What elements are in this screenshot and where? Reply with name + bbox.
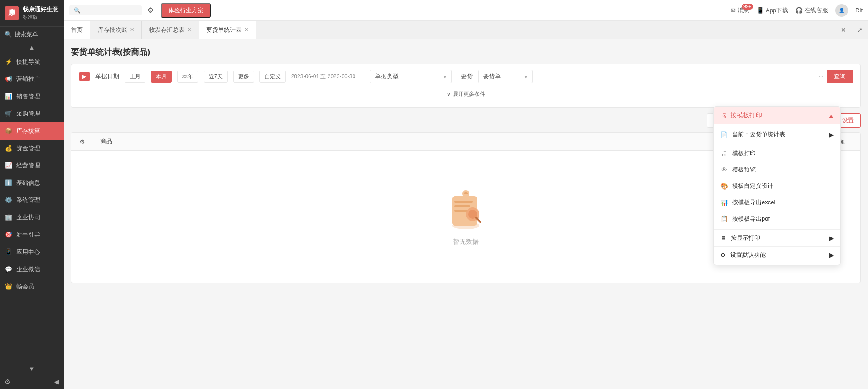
dropdown-template-print[interactable]: 🖨 模板打印 [714, 145, 840, 162]
tab-close-receipt-summary[interactable]: ✕ [187, 27, 191, 33]
sidebar-scroll-up[interactable]: ▲ [0, 42, 64, 53]
tab-close-requisition-stats[interactable]: ✕ [244, 27, 249, 33]
wechat-icon: 💬 [5, 265, 13, 273]
dropdown-template-preview[interactable]: 👁 模板预览 [714, 162, 840, 178]
window-close-btn[interactable]: ✕ [835, 21, 852, 39]
sidebar-item-inventory[interactable]: 📦 库存核算 [0, 122, 64, 140]
sidebar-item-purchase[interactable]: 🛒 采购管理 [0, 105, 64, 122]
message-btn[interactable]: ✉ 消息 99+ [731, 6, 749, 15]
inventory-icon: 📦 [5, 127, 13, 135]
header-settings-icon[interactable]: ⚙ [145, 4, 155, 16]
sidebar-item-app-center[interactable]: 📱 应用中心 [0, 243, 64, 261]
date-current-month-btn[interactable]: 本月 [151, 71, 172, 83]
promo-button[interactable]: 体验行业方案 [161, 3, 211, 18]
sidebar-item-guide[interactable]: 🎯 新手引导 [0, 226, 64, 243]
sidebar-nav: ⚡ 快捷导航 📢 营销推广 📊 销售管理 🛒 采购管理 📦 库存核算 💰 资金管… [0, 53, 64, 363]
sidebar-item-finance[interactable]: 💰 资金管理 [0, 140, 64, 157]
sidebar-item-member[interactable]: 👑 畅会员 [0, 278, 64, 295]
sidebar-item-sales[interactable]: 📊 销售管理 [0, 88, 64, 105]
svg-rect-2 [454, 201, 473, 203]
empty-text: 暂无数据 [453, 238, 479, 246]
dropdown-header[interactable]: 🖨 按模板打印 ▲ [714, 107, 840, 124]
sidebar-item-enterprise[interactable]: 🏢 企业协同 [0, 209, 64, 226]
finance-icon: 💰 [5, 144, 13, 152]
sidebar-search-btn[interactable]: 🔍 搜索菜单 [0, 27, 64, 42]
sidebar-item-wechat[interactable]: 💬 企业微信 [0, 261, 64, 278]
default-func-icon: ⚙ [720, 252, 726, 258]
avatar[interactable]: 👤 [835, 4, 848, 17]
expand-chevron-icon: ∨ [447, 91, 451, 98]
marketing-icon: 📢 [5, 75, 13, 83]
window-maximize-btn[interactable]: ⤢ [852, 21, 868, 39]
tab-receipt-summary[interactable]: 收发存汇总表 ✕ [142, 21, 199, 39]
col-settings-header[interactable]: ⚙ [71, 138, 93, 145]
app-center-icon: 📱 [5, 248, 13, 256]
tab-close-batch-account[interactable]: ✕ [130, 27, 134, 33]
dropdown-default-func[interactable]: ⚙ 设置默认功能 ▶ [714, 246, 840, 263]
user-name[interactable]: Rit [855, 7, 863, 14]
template-preview-icon: 👁 [720, 166, 728, 173]
dropdown-template-excel[interactable]: 📊 按模板导出excel [714, 194, 840, 211]
member-icon: 👑 [5, 283, 13, 291]
requisition-filter[interactable]: 要货单 ▾ [478, 70, 533, 83]
default-func-chevron-icon: ▶ [829, 252, 834, 258]
query-button[interactable]: 查询 [827, 70, 853, 83]
dropdown-printer-icon: 🖨 [720, 112, 727, 119]
current-template-icon: 📄 [720, 131, 728, 138]
date-year-btn[interactable]: 本年 [177, 71, 198, 83]
sidebar-item-quick-nav[interactable]: ⚡ 快捷导航 [0, 53, 64, 71]
message-badge: 99+ [742, 4, 753, 10]
online-service-btn[interactable]: 🎧 在线客服 [795, 6, 828, 15]
svg-rect-4 [454, 210, 468, 212]
top-header: 🔍 ⚙ 体验行业方案 ✉ 消息 99+ 📱 App下载 🎧 在线客服 👤 Rit [64, 0, 868, 21]
page-title: 要货单统计表(按商品) [71, 46, 861, 57]
date-more-btn[interactable]: 更多 [233, 71, 254, 83]
display-print-chevron-icon: ▶ [829, 235, 834, 242]
message-icon: ✉ [731, 7, 736, 14]
divider-2 [714, 228, 840, 228]
expand-conditions-btn[interactable]: ∨ 展开更多条件 [79, 87, 853, 102]
sidebar-item-system[interactable]: ⚙️ 系统管理 [0, 192, 64, 209]
settings-gear-icon: ⚙ [80, 138, 85, 145]
sidebar-item-base[interactable]: ℹ️ 基础信息 [0, 174, 64, 192]
template-print-dropdown: 🖨 按模板打印 ▲ 📄 当前：要货单统计表 ▶ 🖨 模板打印 [713, 106, 841, 265]
svg-rect-3 [454, 205, 470, 207]
more-options-icon[interactable]: ··· [817, 72, 823, 81]
dropdown-template-custom[interactable]: 🎨 模板自定义设计 [714, 178, 840, 194]
sidebar-item-operation[interactable]: 📈 经营管理 [0, 157, 64, 174]
date-custom-btn[interactable]: 自定义 [259, 71, 286, 83]
system-icon: ⚙️ [5, 196, 13, 204]
logo-text: 畅康通好生意 标准版 [23, 5, 58, 21]
service-icon: 🎧 [795, 7, 803, 14]
collapse-icon[interactable]: ◀ [54, 378, 59, 385]
settings-icon[interactable]: ⚙ [5, 378, 10, 385]
guide-icon: 🎯 [5, 231, 13, 239]
quick-nav-icon: ⚡ [5, 58, 13, 66]
tab-requisition-stats[interactable]: 要货单统计表 ✕ [199, 21, 256, 39]
req-chevron-icon: ▾ [524, 73, 528, 80]
dropdown-template-pdf[interactable]: 📋 按模板导出pdf [714, 211, 840, 227]
dropdown-display-print[interactable]: 🖥 按显示打印 ▶ [714, 229, 840, 246]
empty-illustration [443, 187, 489, 232]
dropdown-up-arrow-icon: ▲ [828, 112, 834, 119]
filter-row: ▶ 单据日期 上月 本月 本年 近7天 更多 自定义 2023-06-01 至 … [79, 70, 853, 83]
sidebar-item-marketing[interactable]: 📢 营销推广 [0, 71, 64, 88]
divider [714, 144, 840, 144]
template-print-icon: 🖨 [720, 150, 728, 157]
dropdown-current-template[interactable]: 📄 当前：要货单统计表 ▶ [714, 126, 840, 143]
type-filter-select[interactable]: 单据类型 ▾ [370, 70, 452, 83]
col-product-header: 商品 [93, 137, 715, 146]
sales-icon: 📊 [5, 92, 13, 101]
action-btns: ··· 查询 [817, 70, 853, 83]
app-download-btn[interactable]: 📱 App下载 [757, 6, 788, 15]
tab-batch-account[interactable]: 库存批次账 ✕ [90, 21, 142, 39]
header-search[interactable]: 🔍 [69, 5, 142, 15]
download-icon: 📱 [757, 7, 764, 14]
date-prev-month-btn[interactable]: 上月 [125, 71, 145, 83]
sidebar-scroll-down[interactable]: ▼ [0, 363, 64, 374]
logo-icon: 康 [5, 6, 19, 20]
window-controls: ✕ ⤢ [835, 21, 868, 39]
date-7days-btn[interactable]: 近7天 [204, 71, 228, 83]
tab-home[interactable]: 首页 [64, 21, 90, 39]
filter-expand-toggle[interactable]: ▶ [79, 72, 90, 81]
